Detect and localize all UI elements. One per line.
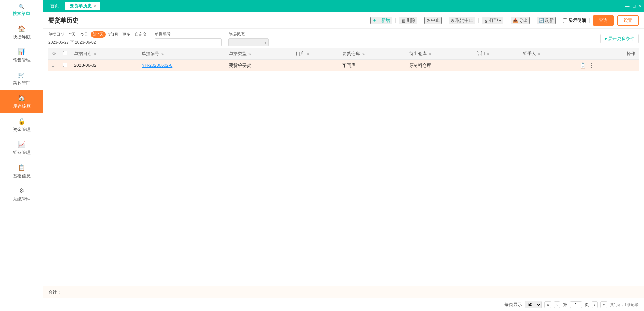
row-handler: [520, 60, 576, 71]
toolbar-divider-5: [507, 18, 507, 23]
date-btn-1month[interactable]: 近1月: [107, 31, 120, 38]
row-number-link[interactable]: YH-20230602-0: [142, 63, 172, 68]
table-settings-icon[interactable]: ⚙: [52, 51, 56, 56]
delete-icon: 🗑: [401, 18, 406, 23]
search-icon: 🔍: [19, 4, 24, 9]
toolbar-divider-4: [478, 18, 479, 23]
print-dropdown-icon: ▾: [499, 18, 501, 23]
col-dept: 部门 ⇅: [473, 48, 520, 60]
sidebar-item-basic-info[interactable]: 📋 基础信息: [0, 159, 43, 182]
query-button[interactable]: 查询: [593, 15, 614, 26]
col-req-warehouse: 要货仓库 ⇅: [339, 48, 406, 60]
display-detail-checkbox[interactable]: [563, 18, 567, 23]
summary-label: 合计：: [48, 289, 61, 295]
chevron-down-small-icon: ▾: [605, 36, 607, 41]
row-pending-warehouse: 原材料仓库: [406, 60, 473, 71]
sidebar-item-purchase[interactable]: 🛒 采购管理: [0, 66, 43, 90]
suspend-button[interactable]: ⊘ 中止: [424, 17, 442, 24]
toolbar-divider-1: [395, 18, 396, 23]
sidebar-search[interactable]: 🔍 搜索菜单: [0, 0, 43, 20]
tab-home[interactable]: 首页: [46, 2, 64, 10]
row-edit-icon[interactable]: 📋: [580, 62, 586, 69]
next-page-button[interactable]: ›: [592, 301, 598, 308]
sidebar-item-label: 基础信息: [13, 173, 31, 179]
sort-type-icon[interactable]: ⇅: [248, 52, 251, 56]
col-pending-warehouse: 待出仓库 ⇅: [406, 48, 473, 60]
sort-dept-icon[interactable]: ⇅: [487, 52, 489, 56]
new-button[interactable]: ＋ + 新增: [370, 17, 392, 24]
date-btn-more[interactable]: 更多: [121, 31, 132, 38]
expand-more-button[interactable]: ▾ 展开更多条件: [600, 34, 639, 43]
sort-store-icon[interactable]: ⇅: [307, 52, 309, 56]
sidebar-item-finance[interactable]: 🔒 资金管理: [0, 113, 43, 136]
page-title: 要货单历史: [48, 16, 78, 25]
date-btn-yesterday[interactable]: 昨天: [66, 31, 77, 38]
date-btn-7days[interactable]: 近7天: [91, 31, 106, 38]
date-btn-today[interactable]: 今天: [78, 31, 89, 38]
toolbar: ＋ + 新增 🗑 删除 ⊘ 中止 ⊘ 取消中止: [370, 15, 639, 26]
refresh-button[interactable]: 🔄 刷新: [537, 17, 556, 24]
doc-number-filter-group: 单据编号: [155, 31, 222, 46]
date-filter-group: 单据日期 昨天 今天 近7天 近1月 更多 自定义 2023-05-27 至 2…: [48, 31, 148, 45]
sidebar-item-quick-nav[interactable]: 🏠 快捷导航: [0, 20, 43, 43]
settings-button[interactable]: 设置: [617, 15, 639, 26]
row-type: 要货单要货: [226, 60, 292, 71]
select-all-checkbox[interactable]: [63, 51, 67, 55]
display-detail-toggle[interactable]: 显示明细: [563, 17, 586, 24]
col-number: 单据编号 ⇅: [138, 48, 225, 60]
sort-pending-icon[interactable]: ⇅: [429, 52, 431, 56]
page-label: 第: [563, 302, 567, 308]
print-icon: 🖨: [484, 18, 488, 23]
cancel-suspend-button[interactable]: ⊘ 取消中止: [449, 17, 475, 24]
main-area: 首页 要货单历史 × — □ × 要货单历史 ＋ + 新增 🗑 删除: [43, 0, 644, 311]
col-action: 操作: [576, 48, 639, 60]
per-page-label: 每页显示: [504, 302, 522, 308]
date-range-display: 2023-05-27 至 2023-06-02: [48, 40, 148, 45]
row-more-icon[interactable]: ⋮⋮: [589, 62, 600, 69]
sidebar: 🔍 搜索菜单 🏠 快捷导航 📊 销售管理 🛒 采购管理 🏠 库存核算 🔒 资金管…: [0, 0, 43, 311]
sidebar-item-label: 销售管理: [13, 57, 31, 63]
sort-number-icon[interactable]: ⇅: [161, 52, 164, 56]
date-filter-label: 单据日期: [48, 32, 64, 37]
export-button[interactable]: 📤 导出: [511, 17, 530, 24]
window-minimize-icon[interactable]: —: [625, 4, 630, 9]
table-footer: 合计：: [43, 286, 644, 298]
tab-active[interactable]: 要货单历史 ×: [65, 2, 100, 10]
sidebar-search-label: 搜索菜单: [13, 11, 30, 17]
sidebar-item-system[interactable]: ⚙ 系统管理: [0, 182, 43, 206]
pagination-bar: 每页显示 50 100 « ‹ 第 页 › » 共1页，1条记录: [43, 298, 644, 311]
first-page-button[interactable]: «: [544, 301, 551, 308]
tab-close-icon[interactable]: ×: [94, 4, 96, 8]
delete-button[interactable]: 🗑 删除: [399, 17, 417, 24]
sort-req-icon[interactable]: ⇅: [362, 52, 365, 56]
prev-page-button[interactable]: ‹: [554, 301, 560, 308]
table-header-row: ⚙ 单据日期 ⇅ 单据编号 ⇅: [48, 48, 639, 60]
sort-date-icon[interactable]: ⇅: [94, 52, 96, 56]
window-maximize-icon[interactable]: □: [633, 4, 636, 9]
sort-handler-icon[interactable]: ⇅: [538, 52, 540, 56]
print-button[interactable]: 🖨 打印 ▾: [482, 17, 503, 24]
page-input[interactable]: [570, 301, 582, 308]
doc-status-select-wrapper: ▾: [228, 38, 269, 46]
sidebar-item-sales[interactable]: 📊 销售管理: [0, 43, 43, 66]
doc-status-select[interactable]: [228, 38, 269, 46]
last-page-button[interactable]: »: [600, 301, 607, 308]
per-page-select[interactable]: 50 100: [525, 301, 542, 308]
doc-number-label: 单据编号: [155, 31, 222, 37]
sidebar-item-inventory[interactable]: 🏠 库存核算: [0, 90, 43, 113]
doc-number-input[interactable]: [155, 38, 222, 46]
filter-row: 单据日期 昨天 今天 近7天 近1月 更多 自定义 2023-05-27 至 2…: [43, 29, 644, 48]
col-handler: 经手人 ⇅: [520, 48, 576, 60]
page-header: 要货单历史 ＋ + 新增 🗑 删除 ⊘ 中止 ⊘: [43, 12, 644, 29]
row-checkbox[interactable]: [63, 63, 67, 67]
sidebar-item-label: 经营管理: [13, 150, 31, 156]
main-table: ⚙ 单据日期 ⇅ 单据编号 ⇅: [48, 48, 639, 71]
quick-nav-icon: 🏠: [18, 25, 25, 32]
purchase-icon: 🛒: [18, 71, 25, 79]
date-btn-custom[interactable]: 自定义: [133, 31, 148, 38]
suspend-icon: ⊘: [426, 18, 430, 23]
toolbar-divider-6: [533, 18, 533, 23]
window-close-icon[interactable]: ×: [639, 4, 641, 9]
toolbar-divider-3: [445, 18, 445, 23]
sidebar-item-operations[interactable]: 📈 经营管理: [0, 136, 43, 159]
